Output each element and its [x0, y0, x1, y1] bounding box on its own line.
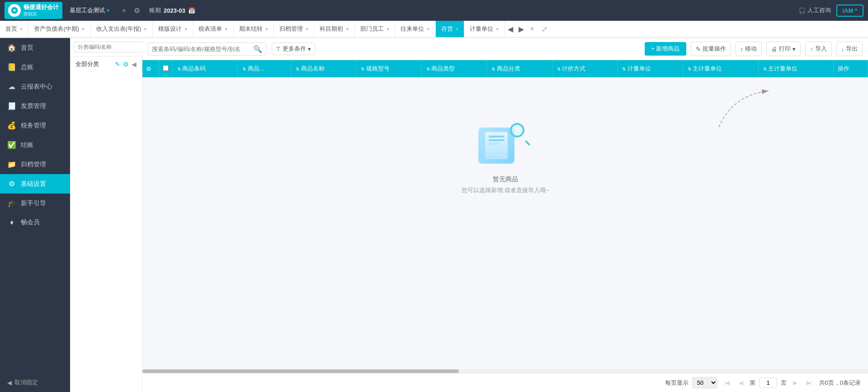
project-selector[interactable]: 基层工会测试 ▾: [66, 5, 113, 16]
tab-inventory[interactable]: 存货 ×: [436, 21, 464, 37]
tab-expand-btn[interactable]: ⤢: [538, 21, 551, 37]
export-icon: ↓: [841, 46, 844, 52]
tab-close-all-btn[interactable]: ×: [527, 21, 538, 37]
move-button[interactable]: ↕ 移动: [736, 42, 762, 56]
main-content: 🔍 ⊤ 更多条件 ▾ + 新增商品 ✎ 批量操作 ↕ 移动: [142, 38, 868, 392]
more-filter-button[interactable]: ⊤ 更多条件 ▾: [272, 43, 315, 55]
filter-icon: ⊤: [276, 46, 281, 52]
tab-home[interactable]: 首页 ×: [0, 21, 28, 37]
export-button[interactable]: ↓ 导出: [836, 42, 863, 56]
batch-operation-button[interactable]: ✎ 批量操作: [691, 42, 731, 56]
page-number-input[interactable]: [759, 378, 777, 388]
sidebar-item-tax[interactable]: 💰 税务管理: [0, 116, 70, 135]
page-size-select[interactable]: 50 10 20 100: [692, 377, 717, 388]
help-button[interactable]: 🎧 人工咨询: [798, 6, 831, 14]
collapse-panel-icon[interactable]: ◀: [132, 61, 137, 68]
first-page-btn[interactable]: |◀: [721, 378, 732, 387]
period-label: 账期: [149, 6, 161, 14]
account-button[interactable]: iAM *: [836, 5, 864, 17]
sidebar-item-ledger[interactable]: 📒 总账: [0, 57, 70, 77]
tab-balance-sheet[interactable]: 资产负债表(中期) ×: [28, 21, 90, 37]
category-all-label: 全部分类: [75, 60, 99, 68]
tab-unit[interactable]: 计量单位 ×: [464, 21, 505, 37]
tab-subject-init[interactable]: 科目期初 ×: [314, 21, 354, 37]
sidebar-item-guide[interactable]: 🎓 新手引导: [0, 194, 70, 213]
add-icon[interactable]: ＋: [118, 4, 129, 17]
close-tab-icon[interactable]: ×: [456, 26, 458, 32]
sort-icon: ⇅: [763, 66, 767, 71]
sidebar-item-cloud-reports[interactable]: ☁ 云报表中心: [0, 77, 70, 96]
home-icon: 🏠: [7, 43, 16, 52]
pin-icon: ◀: [7, 379, 12, 386]
category-header: 全部分类 ✎ ⚙ ◀: [70, 57, 142, 72]
search-icon[interactable]: 🔍: [253, 45, 262, 53]
sidebar-item-invoice[interactable]: 🧾 发票管理: [0, 96, 70, 116]
col-product-code: ⇅ 商品...: [237, 60, 291, 77]
headset-icon: 🎧: [798, 7, 806, 14]
col-settings[interactable]: ⚙: [142, 60, 159, 77]
col-product-name: ⇅ 商品名称: [291, 60, 356, 77]
col-product-type: ⇅ 商品类型: [421, 60, 486, 77]
close-tab-icon[interactable]: ×: [82, 26, 85, 32]
tab-template[interactable]: 模版设计 ×: [153, 21, 193, 37]
sidebar-item-archive[interactable]: 📁 归档管理: [0, 155, 70, 174]
last-page-btn[interactable]: ▶|: [804, 378, 815, 387]
next-page-btn[interactable]: ▶: [790, 378, 800, 387]
close-tab-icon[interactable]: ×: [427, 26, 429, 32]
sort-icon: ⇅: [426, 66, 430, 71]
sidebar-item-home[interactable]: 🏠 首页: [0, 38, 70, 57]
close-tab-icon[interactable]: ×: [144, 26, 146, 32]
close-tab-icon[interactable]: ×: [265, 26, 268, 32]
tab-prev-btn[interactable]: ◀: [505, 21, 516, 37]
product-search-input[interactable]: [152, 46, 251, 52]
close-tab-icon[interactable]: ×: [306, 26, 308, 32]
scrollbar-thumb[interactable]: [142, 369, 459, 373]
close-tab-icon[interactable]: ×: [225, 26, 227, 32]
import-button[interactable]: ↑ 导入: [805, 42, 832, 56]
close-tab-icon[interactable]: ×: [496, 26, 499, 32]
select-all-checkbox[interactable]: [163, 65, 169, 71]
product-table-area: ⚙ ⇅ 商品条码 ⇅ 商品... ⇅: [142, 60, 868, 369]
tab-contacts[interactable]: 往来单位 ×: [395, 21, 435, 37]
sidebar-item-checkout[interactable]: ✅ 结账: [0, 135, 70, 155]
category-search-input[interactable]: [74, 42, 150, 52]
close-tab-icon[interactable]: ×: [184, 26, 187, 32]
settings-icon[interactable]: ⚙: [132, 5, 142, 17]
sort-icon: ⇅: [688, 66, 691, 71]
tab-next-btn[interactable]: ▶: [516, 21, 527, 37]
product-search-bar: 🔍: [148, 43, 266, 56]
close-tab-icon[interactable]: ×: [346, 26, 349, 32]
col-checkbox[interactable]: [159, 60, 172, 77]
prev-page-btn[interactable]: ◀: [736, 378, 746, 387]
member-icon: ♦: [7, 218, 16, 227]
add-product-button[interactable]: + 新增商品: [645, 42, 686, 56]
close-tab-icon[interactable]: ×: [387, 26, 389, 32]
cloud-icon: ☁: [7, 82, 16, 91]
sidebar-item-basic-settings[interactable]: ⚙ 基础设置: [0, 174, 70, 194]
toolbar-right-actions: + 新增商品 ✎ 批量操作 ↕ 移动 🖨 打印 ▾: [645, 42, 863, 56]
sort-icon: ⇅: [622, 66, 626, 71]
app-sub: 旗舰版: [24, 11, 59, 17]
empty-state: 暂无商品 您可以选择新增,或者直接导入哦~: [142, 77, 868, 240]
period-area: 账期 2023-03 📅: [149, 6, 195, 14]
tab-tax-list[interactable]: 税表清单 ×: [193, 21, 233, 37]
col-barcode: ⇅ 商品条码: [172, 60, 237, 77]
tab-department[interactable]: 部门员工 ×: [355, 21, 395, 37]
tab-income-statement[interactable]: 收入支出表(年报) ×: [91, 21, 153, 37]
tab-period-end[interactable]: 期末结转 ×: [234, 21, 274, 37]
close-tab-icon[interactable]: ×: [20, 26, 23, 32]
calendar-icon[interactable]: 📅: [188, 7, 195, 14]
project-name: 基层工会测试: [70, 6, 105, 14]
sidebar-item-member[interactable]: ♦ 畅会员: [0, 213, 70, 232]
col-unit: ⇅ 计量单位: [618, 60, 683, 77]
print-button[interactable]: 🖨 打印 ▾: [766, 42, 801, 56]
tab-archive[interactable]: 归档管理 ×: [274, 21, 314, 37]
edit-category-icon[interactable]: ✎: [115, 61, 120, 68]
horizontal-scrollbar[interactable]: [142, 369, 868, 373]
category-search-area: 🔍: [70, 38, 142, 57]
col-main-unit2: ⇅ 主计量单位: [758, 60, 834, 77]
main-layout: 🏠 首页 📒 总账 ☁ 云报表中心 🧾 发票管理 💰 税务管理 ✅ 结账 📁 归…: [0, 38, 868, 392]
edit-icon: ✎: [696, 46, 701, 52]
category-settings-icon[interactable]: ⚙: [123, 61, 129, 68]
sidebar-unpin-button[interactable]: ◀ 取消固定: [0, 373, 70, 392]
